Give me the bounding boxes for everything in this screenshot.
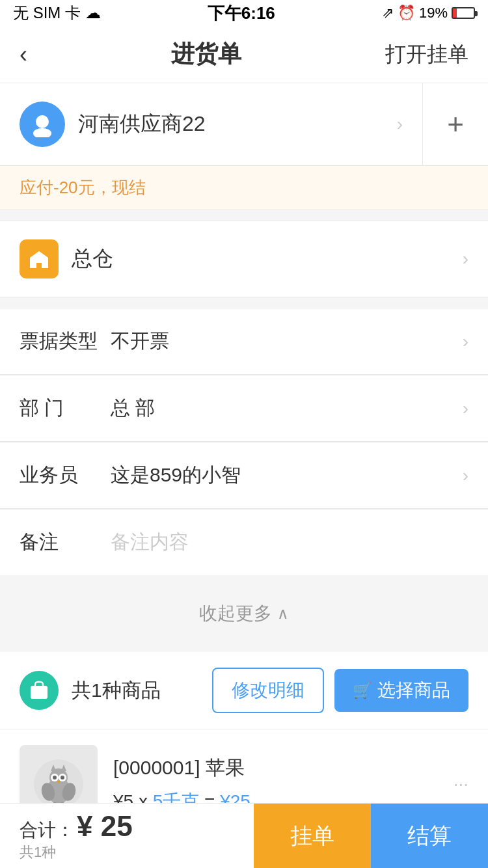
checkout-button[interactable]: 结算 <box>371 804 488 868</box>
battery-level: 19% <box>419 5 448 21</box>
total-section: 合计： ¥ 25 共1种 <box>0 810 254 862</box>
department-row[interactable]: 部 门 总 部 › <box>0 375 488 442</box>
remark-input[interactable]: 备注内容 <box>111 529 468 556</box>
salesman-row[interactable]: 业务员 这是859的小智 › <box>0 442 488 509</box>
collapse-label: 收起更多 <box>199 601 272 626</box>
salesman-value: 这是859的小智 <box>111 462 463 489</box>
status-bar: 无 SIM 卡 ☁ 下午6:16 ⇗ ⏰ 19% <box>0 0 488 26</box>
edit-details-button[interactable]: 修改明细 <box>212 668 324 713</box>
chevron-right-icon: › <box>463 398 468 419</box>
status-left: 无 SIM 卡 ☁ <box>13 3 101 23</box>
svg-point-1 <box>33 128 51 137</box>
department-value: 总 部 <box>111 395 463 422</box>
status-right: ⇗ ⏰ 19% <box>382 5 475 21</box>
invoice-type-label: 票据类型 <box>20 328 111 355</box>
salesman-label: 业务员 <box>20 462 111 489</box>
open-hang-button[interactable]: 打开挂单 <box>385 40 468 69</box>
warehouse-selector[interactable]: 总仓 › <box>0 221 488 297</box>
sim-status: 无 SIM 卡 ☁ <box>13 3 101 23</box>
remark-label: 备注 <box>20 529 111 556</box>
invoice-type-row[interactable]: 票据类型 不开票 › <box>0 308 488 375</box>
product-name: [0000001] 苹果 <box>113 755 454 781</box>
chevron-right-icon: › <box>463 465 468 486</box>
product-header: 共1种商品 修改明细 🛒 选择商品 <box>0 652 488 729</box>
svg-point-11 <box>61 776 64 780</box>
add-supplier-button[interactable]: + <box>423 83 488 165</box>
form-section: 票据类型 不开票 › 部 门 总 部 › 业务员 这是859的小智 › 备注 备… <box>0 308 488 575</box>
product-icon <box>20 671 59 710</box>
warehouse-icon <box>20 239 59 278</box>
supplier-avatar <box>20 102 65 147</box>
notice-text: 应付-20元，现结 <box>20 178 146 197</box>
product-count: 共1种商品 <box>72 677 212 704</box>
alarm-icon: ⏰ <box>398 5 415 21</box>
battery-icon <box>452 7 475 19</box>
department-label: 部 门 <box>20 395 111 422</box>
svg-point-0 <box>36 115 49 128</box>
location-icon: ⇗ <box>382 5 394 21</box>
total-amount: ¥ 25 <box>77 810 133 843</box>
chevron-up-icon: ∧ <box>277 604 289 623</box>
chevron-right-icon: › <box>463 249 468 269</box>
svg-rect-2 <box>31 686 47 699</box>
remark-row[interactable]: 备注 备注内容 <box>0 509 488 575</box>
supplier-name: 河南供应商22 <box>78 110 397 139</box>
chevron-right-icon: › <box>463 331 468 352</box>
bottom-bar: 合计： ¥ 25 共1种 挂单 结算 <box>0 803 488 868</box>
supplier-selector[interactable]: 河南供应商22 › <box>0 83 423 165</box>
hang-order-button[interactable]: 挂单 <box>254 804 371 868</box>
back-button[interactable]: ‹ <box>20 41 27 68</box>
total-label: 合计： <box>20 818 74 843</box>
notice-banner: 应付-20元，现结 <box>0 166 488 210</box>
warehouse-name: 总仓 <box>72 245 463 273</box>
collapse-button[interactable]: 收起更多 ∧ <box>0 586 488 642</box>
svg-point-10 <box>53 776 57 780</box>
nav-bar: ‹ 进货单 打开挂单 <box>0 26 488 83</box>
cart-icon: 🛒 <box>353 681 372 699</box>
supplier-section: 河南供应商22 › + <box>0 83 488 166</box>
invoice-type-value: 不开票 <box>111 328 463 355</box>
page-title: 进货单 <box>171 38 241 70</box>
chevron-right-icon: › <box>397 114 403 135</box>
total-sub: 共1种 <box>20 843 234 862</box>
select-product-button[interactable]: 🛒 选择商品 <box>334 669 468 712</box>
product-more-button[interactable]: ··· <box>454 774 468 794</box>
status-time: 下午6:16 <box>208 2 275 25</box>
